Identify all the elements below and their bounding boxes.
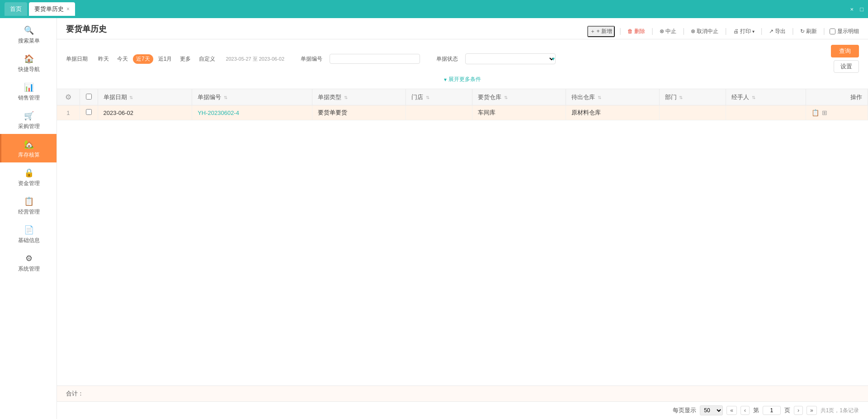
gear-icon: ⚙: [25, 253, 33, 263]
sep1: |: [619, 27, 621, 35]
col-pending-warehouse[interactable]: 待出仓库 ⇅: [566, 89, 660, 105]
tab-requisition-label: 要货单历史: [34, 5, 64, 13]
sidebar-item-operations[interactable]: 📋 经营管理: [0, 191, 57, 219]
status-dropdown-icon[interactable]: ▾: [552, 56, 555, 62]
last1month-btn[interactable]: 近1月: [155, 54, 175, 64]
print-button[interactable]: 🖨 打印 ▾: [731, 27, 756, 36]
col-doc-date[interactable]: 单据日期 ⇅: [98, 89, 192, 105]
main-layout: 🔍 搜索菜单 🏠 快捷导航 📊 销售管理 🛒 采购管理 🏡 库存核算 🔒 资金管…: [0, 18, 868, 419]
pagination-area: 每页显示 20 50 100 « ‹ 第 页 › » 共1页，1条记录: [57, 401, 868, 419]
date-range-display: 2023-05-27 至 2023-06-02: [226, 56, 284, 62]
top-right-actions: × □: [850, 6, 863, 13]
today-btn[interactable]: 今天: [114, 54, 131, 64]
maximize-window-btn[interactable]: □: [860, 6, 863, 13]
doc-no-input[interactable]: [330, 54, 420, 64]
first-page-btn[interactable]: «: [726, 406, 737, 415]
sep5: |: [761, 27, 763, 35]
sort-handler-icon: ⇅: [752, 95, 755, 100]
filter-row-1: 单据日期 昨天 今天 近7天 近1月 更多 自定义 2023-05-27 至 2…: [66, 45, 859, 73]
home-icon: 🏠: [24, 54, 34, 64]
delete-button[interactable]: 🗑 删除: [626, 27, 647, 36]
sep2: |: [651, 27, 653, 35]
sidebar-item-search-label: 搜索菜单: [18, 37, 40, 45]
last7days-btn[interactable]: 近7天: [133, 54, 153, 64]
refresh-button[interactable]: ↻ 刷新: [798, 27, 819, 36]
row-department: [659, 105, 726, 120]
custom-btn[interactable]: 自定义: [196, 54, 218, 64]
row-checkbox: [80, 105, 98, 120]
sidebar-item-inventory[interactable]: 🏡 库存核算: [0, 134, 57, 162]
page-label-prefix: 第: [753, 406, 759, 414]
sidebar-item-search[interactable]: 🔍 搜索菜单: [0, 20, 57, 48]
view-action-icon[interactable]: 📋: [811, 109, 819, 116]
yesterday-btn[interactable]: 昨天: [95, 54, 112, 64]
doc-date-label: 单据日期: [66, 55, 88, 63]
tab-home-label: 首页: [10, 5, 22, 13]
cancel-stop-button[interactable]: ⊗ 取消中止: [689, 27, 720, 36]
doc-no-link[interactable]: YH-20230602-4: [198, 110, 239, 116]
next-page-btn[interactable]: ›: [794, 406, 803, 415]
row-req-warehouse: 车间库: [472, 105, 566, 120]
col-handler[interactable]: 经手人 ⇅: [726, 89, 806, 105]
tab-home[interactable]: 首页: [5, 2, 27, 16]
date-filter-buttons: 昨天 今天 近7天 近1月 更多 自定义: [95, 54, 218, 64]
col-checkbox: [80, 89, 98, 105]
lock-icon: 🔒: [24, 168, 34, 178]
sidebar-item-quick-nav-label: 快捷导航: [18, 66, 40, 73]
total-label: 合计：: [66, 390, 84, 398]
doc-status-select[interactable]: [465, 53, 556, 64]
sidebar-item-basic-info-label: 基础信息: [18, 237, 40, 244]
column-settings-icon[interactable]: ⚙: [65, 93, 71, 101]
sidebar-item-inventory-label: 库存核算: [18, 151, 40, 159]
sidebar-item-basic-info[interactable]: 📄 基础信息: [0, 219, 57, 248]
close-window-btn[interactable]: ×: [850, 6, 854, 13]
cancel-stop-icon: ⊗: [691, 28, 695, 34]
stop-icon: ⊗: [660, 28, 664, 34]
display-detail-toggle[interactable]: 显示明细: [830, 28, 859, 35]
row-doc-no: YH-20230602-4: [192, 105, 312, 120]
more-btn[interactable]: 更多: [177, 54, 194, 64]
col-doc-no[interactable]: 单据编号 ⇅: [192, 89, 312, 105]
query-button[interactable]: 查询: [831, 45, 859, 57]
table-container: ⚙ 单据日期 ⇅ 单据编号 ⇅: [57, 89, 868, 386]
row-select-checkbox[interactable]: [86, 109, 92, 115]
search-icon: 🔍: [24, 25, 34, 35]
col-req-warehouse[interactable]: 要货仓库 ⇅: [472, 89, 566, 105]
page-number-input[interactable]: [763, 406, 781, 415]
col-settings[interactable]: ⚙: [57, 89, 80, 105]
sidebar-item-finance[interactable]: 🔒 资金管理: [0, 162, 57, 191]
tab-close-icon[interactable]: ×: [66, 6, 70, 12]
chevron-down-icon: ▾: [444, 76, 447, 83]
sidebar-item-system-label: 系统管理: [18, 265, 40, 273]
sidebar-item-purchase[interactable]: 🛒 采购管理: [0, 105, 57, 134]
sidebar-item-operations-label: 经营管理: [18, 208, 40, 216]
doc-no-label: 单据编号: [301, 55, 322, 63]
page-size-select[interactable]: 20 50 100: [700, 405, 723, 415]
page-title: 要货单历史: [66, 24, 107, 34]
sidebar-item-sales-label: 销售管理: [18, 94, 40, 102]
sidebar-item-system[interactable]: ⚙ 系统管理: [0, 248, 57, 276]
sidebar-item-finance-label: 资金管理: [18, 180, 40, 187]
col-store[interactable]: 门店 ⇅: [406, 89, 472, 105]
more-action-icon[interactable]: ⊞: [822, 109, 827, 116]
expand-more-btn[interactable]: ▾ 展开更多条件: [444, 76, 481, 83]
new-button[interactable]: ＋ + 新增: [587, 26, 615, 37]
sidebar: 🔍 搜索菜单 🏠 快捷导航 📊 销售管理 🛒 采购管理 🏡 库存核算 🔒 资金管…: [0, 18, 57, 419]
prev-page-btn[interactable]: ‹: [741, 406, 750, 415]
sep3: |: [683, 27, 684, 35]
export-button[interactable]: ↗ 导出: [767, 27, 788, 36]
plus-icon: ＋: [590, 28, 595, 35]
inventory-icon: 🏡: [24, 139, 34, 149]
sidebar-item-sales[interactable]: 📊 销售管理: [0, 77, 57, 105]
sort-pending-warehouse-icon: ⇅: [598, 95, 601, 100]
col-department[interactable]: 部门 ⇅: [659, 89, 726, 105]
display-detail-checkbox[interactable]: [830, 29, 835, 34]
select-all-checkbox[interactable]: [86, 94, 92, 100]
sidebar-item-quick-nav[interactable]: 🏠 快捷导航: [0, 48, 57, 77]
tab-requisition-history[interactable]: 要货单历史 ×: [29, 2, 75, 16]
last-page-btn[interactable]: »: [807, 406, 817, 415]
stop-button[interactable]: ⊗ 中止: [658, 27, 678, 36]
sep4: |: [725, 27, 726, 35]
filter-settings-button[interactable]: 设置: [834, 60, 859, 73]
col-doc-type[interactable]: 单据类型 ⇅: [312, 89, 406, 105]
